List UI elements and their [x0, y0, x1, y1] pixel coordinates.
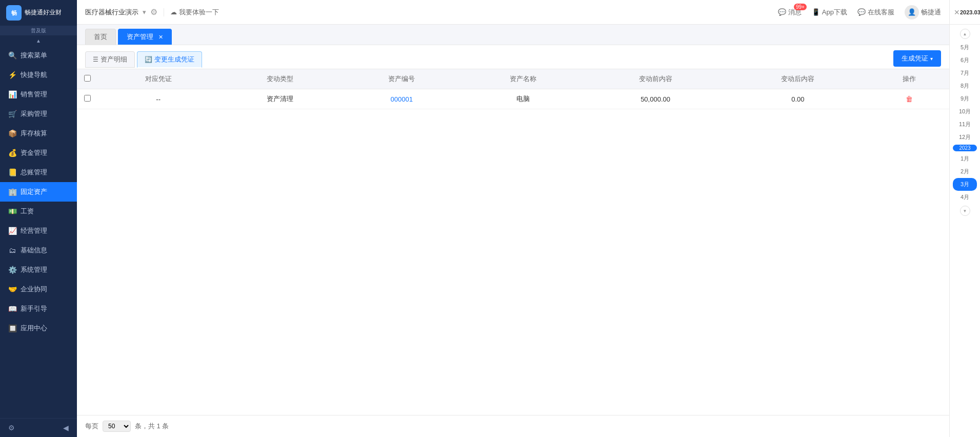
sidebar-item-basic-info[interactable]: 🗂 基础信息 [0, 241, 77, 260]
td-change-type: 资产清理 [219, 89, 341, 109]
select-all-checkbox[interactable] [84, 75, 91, 82]
td-asset-code: 000001 [341, 89, 463, 109]
month-item-12[interactable]: 12月 [950, 131, 980, 144]
generate-voucher-button[interactable]: 生成凭证 ▾ [893, 50, 941, 67]
table-row: -- 资产清理 000001 电脑 50,000.00 0.00 🗑 [77, 89, 949, 109]
month-item-1[interactable]: 1月 [950, 152, 980, 165]
company-dropdown-icon[interactable]: ▾ [143, 8, 146, 16]
sidebar-settings-icon[interactable]: ⚙ [8, 424, 15, 432]
app-center-icon: 🔲 [8, 324, 16, 332]
sidebar-item-label: 库存核算 [21, 129, 47, 138]
month-item-5[interactable]: 5月 [950, 41, 980, 54]
tab-home[interactable]: 首页 [85, 29, 116, 45]
th-checkbox [77, 69, 97, 89]
sidebar-item-operations[interactable]: 📈 经营管理 [0, 221, 77, 241]
experience-button[interactable]: ☁ 我要体验一下 [170, 8, 219, 17]
company-name: 医疗器械行业演示 [85, 8, 138, 17]
sidebar-item-label: 销售管理 [21, 90, 47, 99]
th-change-type: 变动类型 [219, 69, 341, 89]
sidebar-item-search[interactable]: 🔍 搜索菜单 [0, 46, 77, 65]
sidebar-item-system[interactable]: ⚙️ 系统管理 [0, 260, 77, 280]
sidebar-collapse-icon[interactable]: ◀ [63, 424, 69, 432]
sidebar-item-label: 系统管理 [21, 265, 47, 274]
month-item-4[interactable]: 4月 [950, 191, 980, 204]
month-item-9[interactable]: 9月 [950, 92, 980, 105]
sidebar-scroll-up[interactable]: ▲ [0, 35, 77, 46]
header-settings-icon[interactable]: ⚙ [150, 7, 157, 17]
timeline: ▲ 5月 6月 7月 8月 9月 10月 11月 12月 2023 1月 2月 … [950, 25, 980, 437]
sub-tabs-left: ☰ 资产明细 🔄 变更生成凭证 [85, 51, 202, 68]
timeline-scroll-up-button[interactable]: ▲ [960, 29, 970, 39]
app-download-label: App下载 [822, 8, 847, 17]
sidebar-item-fixed-assets[interactable]: 🏢 固定资产 [0, 182, 77, 202]
per-page-select[interactable]: 50 10 20 100 [103, 421, 131, 432]
sidebar-item-label: 应用中心 [21, 324, 47, 333]
month-item-6[interactable]: 6月 [950, 54, 980, 67]
sidebar-item-label: 经营管理 [21, 226, 47, 235]
sidebar-item-funds[interactable]: 💰 资金管理 [0, 143, 77, 163]
td-before-change: 50,000.00 [584, 89, 727, 109]
per-page-label: 每页 [85, 422, 98, 431]
list-icon: ☰ [93, 56, 98, 63]
content-area: ☰ 资产明细 🔄 变更生成凭证 生成凭证 ▾ [77, 45, 949, 437]
app-version: 普及版 [0, 26, 77, 35]
month-item-3-active[interactable]: 3月 [953, 178, 977, 191]
th-operation: 操作 [869, 69, 949, 89]
sidebar-item-app-center[interactable]: 🔲 应用中心 [0, 319, 77, 338]
sidebar-item-quick-nav[interactable]: ⚡ 快捷导航 [0, 65, 77, 85]
month-item-8[interactable]: 8月 [950, 80, 980, 92]
sub-tab-asset-detail[interactable]: ☰ 资产明细 [85, 51, 135, 68]
sidebar-item-payroll[interactable]: 💵 工资 [0, 202, 77, 221]
chart-icon: 📊 [8, 90, 16, 98]
sidebar-logo: 畅 畅捷通好业财 [0, 0, 77, 26]
service-icon: 💬 [857, 8, 866, 16]
user-menu[interactable]: 👤 畅捷通 [905, 5, 941, 19]
table-header-row: 对应凭证 变动类型 资产编号 资产名称 变动前内容 变动后内容 操作 [77, 69, 949, 89]
timeline-scroll-down-button[interactable]: ▼ [960, 206, 970, 216]
sidebar-item-ledger[interactable]: 📒 总账管理 [0, 163, 77, 182]
cloud-icon: ☁ [170, 8, 177, 16]
sidebar-item-label: 新手引导 [21, 304, 47, 313]
username: 畅捷通 [921, 8, 941, 17]
sidebar-item-guide[interactable]: 📖 新手引导 [0, 299, 77, 319]
customer-service-label: 在线客服 [868, 8, 894, 17]
right-panel-close-button[interactable]: ✕ [954, 8, 960, 16]
sidebar-item-label: 总账管理 [21, 168, 47, 177]
sidebar-item-label: 企业协同 [21, 285, 47, 294]
sub-tab-asset-detail-label: 资产明细 [101, 55, 127, 64]
generate-voucher-label: 生成凭证 [902, 54, 928, 63]
ledger-icon: 📒 [8, 168, 16, 176]
sidebar-item-purchase[interactable]: 🛒 采购管理 [0, 104, 77, 124]
sidebar-item-inventory[interactable]: 📦 库存核算 [0, 124, 77, 143]
sidebar-item-label: 基础信息 [21, 246, 47, 255]
month-item-7[interactable]: 7月 [950, 67, 980, 80]
pagination: 每页 50 10 20 100 条，共 1 条 [77, 415, 949, 437]
sidebar-bottom: ⚙ ◀ [0, 418, 77, 437]
right-panel-year-header: 2023.03 [960, 9, 980, 15]
avatar: 👤 [905, 5, 919, 19]
right-panel-header: ✕ 2023.03 ⤢ [950, 0, 980, 25]
month-item-11[interactable]: 11月 [950, 118, 980, 131]
tab-asset-mgmt[interactable]: 资产管理 ✕ [118, 29, 172, 45]
app-download-button[interactable]: 📱 App下载 [812, 8, 847, 17]
row-checkbox[interactable] [84, 95, 91, 102]
customer-service-button[interactable]: 💬 在线客服 [857, 8, 894, 17]
sidebar-item-sales[interactable]: 📊 销售管理 [0, 85, 77, 104]
main-area: 医疗器械行业演示 ▾ ⚙ ☁ 我要体验一下 💬 消息 99+ 📱 App下载 💬… [77, 0, 949, 437]
timeline-nav-down: ▼ [950, 204, 980, 218]
timeline-nav-up: ▲ [950, 27, 980, 41]
sub-tabs: ☰ 资产明细 🔄 变更生成凭证 生成凭证 ▾ [77, 45, 949, 69]
tab-close-icon[interactable]: ✕ [158, 34, 163, 40]
th-after-change: 变动后内容 [727, 69, 869, 89]
sidebar-item-enterprise[interactable]: 🤝 企业协同 [0, 280, 77, 299]
month-item-2[interactable]: 2月 [950, 165, 980, 178]
delete-button[interactable]: 🗑 [906, 95, 913, 103]
handshake-icon: 🤝 [8, 285, 16, 293]
notifications-button[interactable]: 💬 消息 99+ [778, 8, 802, 17]
data-table: 对应凭证 变动类型 资产编号 资产名称 变动前内容 变动后内容 操作 [77, 69, 949, 109]
sidebar-nav: 🔍 搜索菜单 ⚡ 快捷导航 📊 销售管理 🛒 采购管理 📦 库存核算 💰 资金管… [0, 46, 77, 418]
generate-btn-arrow-icon: ▾ [930, 56, 933, 62]
sub-tab-change-voucher[interactable]: 🔄 变更生成凭证 [137, 51, 202, 68]
table-wrapper: 对应凭证 变动类型 资产编号 资产名称 变动前内容 变动后内容 操作 [77, 69, 949, 415]
month-item-10[interactable]: 10月 [950, 105, 980, 118]
